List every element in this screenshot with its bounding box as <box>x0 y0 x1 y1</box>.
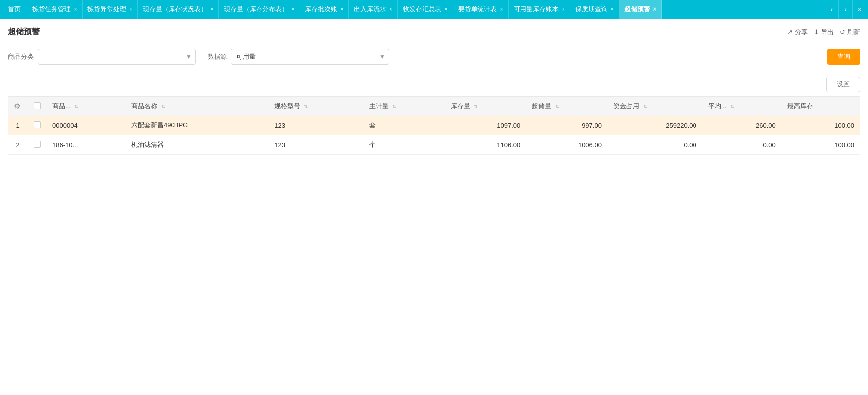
th-checkbox[interactable] <box>28 97 46 116</box>
nav-arrow-left[interactable]: ‹ <box>825 0 838 19</box>
data-table: ⚙ 商品... ⇅ 商品名称 ⇅ 规格型号 ⇅ 主计量 <box>8 96 860 155</box>
td-capital: 259220.00 <box>608 116 702 135</box>
td-name: 六配套新昌490BPG <box>126 116 268 135</box>
nav-arrow-more[interactable]: × <box>852 0 866 19</box>
category-select[interactable] <box>38 49 196 65</box>
sort-capital-icon: ⇅ <box>643 104 647 109</box>
table-body: 1 0000004 六配套新昌490BPG 123 套 1097.00 997.… <box>8 116 860 155</box>
refresh-icon: ↺ <box>840 28 845 36</box>
header-actions: ↗ 分享 ⬇ 导出 ↺ 刷新 <box>787 28 860 37</box>
tab-roast-abnormal[interactable]: 拣货异常处理 × <box>83 0 138 19</box>
settings-button[interactable]: 设置 <box>826 77 860 92</box>
sort-name-icon: ⇅ <box>161 104 165 109</box>
td-checkbox[interactable] <box>28 116 46 135</box>
sort-spec-icon: ⇅ <box>304 104 308 109</box>
export-action[interactable]: ⬇ 导出 <box>814 28 834 37</box>
sort-code-icon: ⇅ <box>74 104 78 109</box>
tab-batch[interactable]: 库存批次账 × <box>300 0 349 19</box>
filter-buttons: 查询 <box>827 49 860 65</box>
td-stock: 1097.00 <box>445 116 526 135</box>
td-over: 997.00 <box>526 116 608 135</box>
gear-icon: ⚙ <box>14 102 20 110</box>
tab-overstock[interactable]: 超储预警 × <box>619 0 662 19</box>
row-checkbox-0[interactable] <box>34 121 41 128</box>
tab-close-expire[interactable]: × <box>610 6 614 13</box>
tab-stock-status[interactable]: 现存量（库存状况表） × <box>138 0 219 19</box>
query-button[interactable]: 查询 <box>827 49 860 65</box>
row-checkbox-1[interactable] <box>34 141 41 148</box>
filter-datasource: 数据源 ▼ <box>208 49 389 65</box>
table-header-row: ⚙ 商品... ⇅ 商品名称 ⇅ 规格型号 ⇅ 主计量 <box>8 97 860 116</box>
refresh-label: 刷新 <box>847 28 860 37</box>
td-maxstock: 100.00 <box>781 135 860 155</box>
sort-avg-icon: ⇅ <box>730 104 734 109</box>
tab-close-stock-status[interactable]: × <box>210 6 214 13</box>
tab-close-roast-abnormal[interactable]: × <box>129 6 132 13</box>
datasource-select[interactable] <box>231 49 389 65</box>
th-stock[interactable]: 库存量 ⇅ <box>445 97 526 116</box>
datasource-select-wrapper: ▼ <box>231 49 389 65</box>
th-capital[interactable]: 资金占用 ⇅ <box>608 97 702 116</box>
sort-over-icon: ⇅ <box>555 104 559 109</box>
td-maxstock: 100.00 <box>781 116 860 135</box>
filter-area: 商品分类 ▼ 数据源 ▼ 查询 <box>8 45 860 69</box>
table-row: 1 0000004 六配套新昌490BPG 123 套 1097.00 997.… <box>8 116 860 135</box>
td-avg: 0.00 <box>702 135 781 155</box>
td-avg: 260.00 <box>702 116 781 135</box>
tab-expire[interactable]: 保质期查询 × <box>570 0 619 19</box>
tab-order-stat[interactable]: 要货单统计表 × <box>453 0 509 19</box>
page-header: 超储预警 ↗ 分享 ⬇ 导出 ↺ 刷新 <box>8 27 860 37</box>
tab-close-batch[interactable]: × <box>340 6 344 13</box>
tab-inout[interactable]: 出入库流水 × <box>349 0 398 19</box>
table-row: 2 186-10... 机油滤清器 123 个 1106.00 1006.00 … <box>8 135 860 155</box>
page-container: 超储预警 ↗ 分享 ⬇ 导出 ↺ 刷新 商品分类 ▼ 数据源 <box>0 19 868 395</box>
td-capital: 0.00 <box>608 135 702 155</box>
tab-close-overstock[interactable]: × <box>653 6 656 13</box>
tab-close-stock-dist[interactable]: × <box>291 6 295 13</box>
td-spec: 123 <box>268 135 363 155</box>
td-seq: 1 <box>8 116 28 135</box>
td-stock: 1106.00 <box>445 135 526 155</box>
share-label: 分享 <box>795 28 808 37</box>
category-select-wrapper: ▼ <box>38 49 196 65</box>
refresh-action[interactable]: ↺ 刷新 <box>840 28 860 37</box>
td-code: 0000004 <box>46 116 126 135</box>
td-unit: 套 <box>363 116 445 135</box>
nav-arrow-right[interactable]: › <box>838 0 852 19</box>
export-icon: ⬇ <box>814 28 819 36</box>
share-action[interactable]: ↗ 分享 <box>787 28 808 37</box>
tab-close-order-stat[interactable]: × <box>500 6 503 13</box>
header-checkbox[interactable] <box>34 102 41 109</box>
td-seq: 2 <box>8 135 28 155</box>
tab-stock-dist[interactable]: 现存量（库存分布表） × <box>219 0 300 19</box>
tab-available[interactable]: 可用量库存账本 × <box>509 0 570 19</box>
tab-close-inout[interactable]: × <box>389 6 392 13</box>
share-icon: ↗ <box>787 28 793 36</box>
th-unit[interactable]: 主计量 ⇅ <box>363 97 445 116</box>
sort-unit-icon: ⇅ <box>392 104 396 109</box>
td-code: 186-10... <box>46 135 126 155</box>
th-spec[interactable]: 规格型号 ⇅ <box>268 97 363 116</box>
th-code[interactable]: 商品... ⇅ <box>46 97 126 116</box>
page-title: 超储预警 <box>8 27 40 37</box>
filter-category: 商品分类 ▼ <box>8 49 196 65</box>
tab-close-available[interactable]: × <box>562 6 565 13</box>
datasource-label: 数据源 <box>208 52 227 61</box>
td-unit: 个 <box>363 135 445 155</box>
tab-collect[interactable]: 收发存汇总表 × <box>398 0 453 19</box>
export-label: 导出 <box>821 28 834 37</box>
td-spec: 123 <box>268 116 363 135</box>
td-checkbox[interactable] <box>28 135 46 155</box>
nav-arrows: ‹ › × <box>825 0 866 19</box>
th-name[interactable]: 商品名称 ⇅ <box>126 97 268 116</box>
tab-close-roast-task[interactable]: × <box>74 6 77 13</box>
nav-bar: 首页 拣货任务管理 × 拣货异常处理 × 现存量（库存状况表） × 现存量（库存… <box>0 0 868 19</box>
tab-roast-task[interactable]: 拣货任务管理 × <box>27 0 83 19</box>
category-label: 商品分类 <box>8 52 34 61</box>
nav-home[interactable]: 首页 <box>2 0 27 19</box>
th-over[interactable]: 超储量 ⇅ <box>526 97 608 116</box>
th-avg[interactable]: 平均... ⇅ <box>702 97 781 116</box>
tab-close-collect[interactable]: × <box>444 6 448 13</box>
th-gear[interactable]: ⚙ <box>8 97 28 116</box>
th-maxstock[interactable]: 最高库存 <box>781 97 860 116</box>
